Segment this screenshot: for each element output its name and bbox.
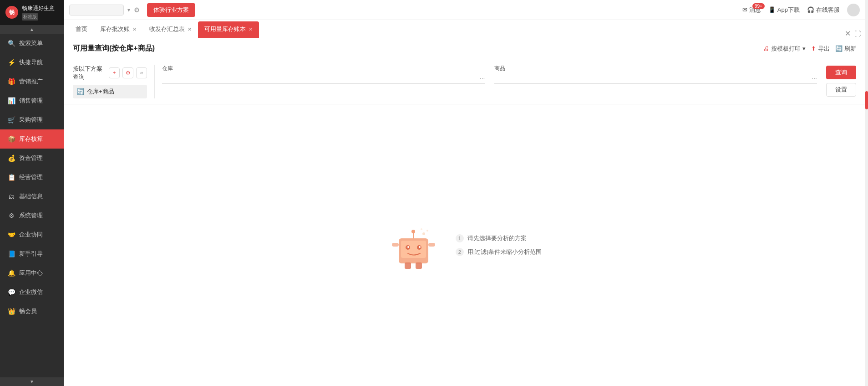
query-button[interactable]: 查询 — [826, 66, 856, 79]
tab-summary[interactable]: 收发存汇总表 ✕ — [143, 21, 198, 38]
tab-available-label: 可用量库存账本 — [204, 25, 246, 33]
page-title: 可用量查询(按仓库+商品) — [73, 44, 155, 53]
tab-home[interactable]: 首页 — [69, 21, 94, 38]
sidebar-item-enterprise[interactable]: 🤝 企业协同 — [0, 225, 64, 244]
sidebar-item-label: 企业微信 — [19, 288, 43, 296]
sidebar-item-label: 采购管理 — [19, 116, 43, 124]
settings-button[interactable]: 设置 — [826, 83, 856, 97]
empty-tip-1: 1 请先选择要分析的方案 — [456, 234, 542, 242]
svg-point-7 — [411, 230, 415, 233]
sidebar-item-system[interactable]: ⚙ 系统管理 — [0, 206, 64, 225]
product-field: 商品 ··· — [494, 65, 817, 84]
settings-scheme-button[interactable]: ⚙ — [122, 67, 133, 78]
content-area: 可用量查询(按仓库+商品) 🖨 按模板打印 ▾ ⬆ 导出 🔄 刷新 — [64, 38, 865, 386]
warehouse-input-wrapper: ··· — [162, 74, 485, 84]
sidebar-item-search[interactable]: 🔍 搜索菜单 — [0, 34, 64, 53]
sidebar-item-shortcut[interactable]: ⚡ 快捷导航 — [0, 53, 64, 72]
sidebar-item-sales[interactable]: 📊 销售管理 — [0, 91, 64, 110]
product-more-icon[interactable]: ··· — [812, 74, 817, 82]
tab-batch-label: 库存批次账 — [100, 25, 130, 33]
search-icon: 🔍 — [7, 39, 15, 47]
tab-available[interactable]: 可用量库存账本 ✕ — [198, 21, 259, 38]
phone-icon: 📱 — [768, 6, 776, 13]
sidebar-item-finance[interactable]: 💰 资金管理 — [0, 149, 64, 168]
sidebar-item-purchase[interactable]: 🛒 采购管理 — [0, 110, 64, 129]
sidebar-item-guide[interactable]: 📘 新手引导 — [0, 244, 64, 263]
print-chevron-icon: ▾ — [802, 45, 806, 52]
tab-summary-label: 收发存汇总表 — [149, 25, 185, 33]
refresh-label: 刷新 — [844, 45, 856, 53]
svg-point-14 — [421, 228, 422, 230]
message-icon: ✉ — [742, 6, 747, 13]
warehouse-label: 仓库 — [162, 65, 485, 72]
page-header-actions: 🖨 按模板打印 ▾ ⬆ 导出 🔄 刷新 — [763, 45, 856, 53]
svg-rect-8 — [392, 243, 399, 247]
sidebar-item-label: 资金管理 — [19, 154, 43, 162]
warehouse-more-icon[interactable]: ··· — [480, 74, 485, 82]
right-scrollbar[interactable] — [865, 0, 868, 386]
product-input[interactable] — [494, 75, 810, 82]
sidebar-item-operation[interactable]: 📋 经营管理 — [0, 168, 64, 187]
gear-icon[interactable]: ⚙ — [134, 6, 140, 14]
collapse-button[interactable]: « — [136, 67, 147, 78]
filter-fields: 仓库 ··· 商品 ··· — [162, 65, 817, 84]
sidebar-item-apps[interactable]: 🔔 应用中心 — [0, 263, 64, 283]
chevron-down-icon[interactable]: ▾ — [127, 7, 130, 13]
tabbar-expand-icon[interactable]: ⛶ — [854, 30, 861, 37]
add-scheme-button[interactable]: + — [109, 67, 120, 78]
tab-batch-close[interactable]: ✕ — [132, 26, 137, 32]
topbar-search-input[interactable] — [69, 5, 124, 15]
tip-num-2: 2 — [456, 248, 464, 256]
tab-home-label: 首页 — [76, 25, 87, 33]
sidebar-scroll-down[interactable]: ▼ — [0, 377, 64, 386]
scheme-label: 仓库+商品 — [87, 87, 114, 96]
tab-summary-close[interactable]: ✕ — [188, 26, 192, 32]
export-icon: ⬆ — [811, 45, 816, 52]
print-label: 按模板打印 — [771, 45, 801, 53]
warehouse-input[interactable] — [162, 75, 478, 82]
topbar: ▾ ⚙ 体验行业方案 ✉ 消息 99+ 📱 App下载 🎧 在线客服 — [64, 0, 865, 20]
tabbar: 首页 库存批次账 ✕ 收发存汇总表 ✕ 可用量库存账本 ✕ ✕ ⛶ — [64, 20, 865, 38]
sales-icon: 📊 — [7, 97, 15, 105]
tip-text-2: 用[过滤]条件来缩小分析范围 — [467, 248, 542, 256]
sidebar-item-member[interactable]: 👑 畅会员 — [0, 302, 64, 321]
industry-btn[interactable]: 体验行业方案 — [147, 3, 195, 17]
online-service-button[interactable]: 🎧 在线客服 — [807, 6, 840, 14]
sidebar-scroll-up[interactable]: ▲ — [0, 25, 64, 34]
filter-title-text: 按以下方案查询 — [73, 65, 105, 81]
sidebar-item-label: 系统管理 — [19, 211, 43, 220]
enterprise-icon: 🤝 — [7, 231, 15, 239]
operation-icon: 📋 — [7, 173, 15, 181]
sidebar-item-label: 库存核算 — [19, 135, 43, 143]
sidebar-item-label: 企业协同 — [19, 231, 43, 239]
app-logo: 畅 — [5, 6, 18, 19]
sidebar-item-inventory[interactable]: 📦 库存核算 — [0, 129, 64, 149]
sidebar-item-label: 经营管理 — [19, 173, 43, 181]
print-button[interactable]: 🖨 按模板打印 ▾ — [763, 45, 806, 53]
member-icon: 👑 — [7, 307, 15, 315]
message-badge: 99+ — [752, 3, 765, 9]
svg-point-5 — [419, 246, 421, 248]
app-download-button[interactable]: 📱 App下载 — [768, 6, 800, 14]
filter-left: 按以下方案查询 + ⚙ « 🔄 仓库+商品 — [73, 65, 155, 98]
system-icon: ⚙ — [7, 211, 15, 220]
page-header: 可用量查询(按仓库+商品) 🖨 按模板打印 ▾ ⬆ 导出 🔄 刷新 — [64, 38, 865, 59]
headset-icon: 🎧 — [807, 6, 814, 13]
refresh-button[interactable]: 🔄 刷新 — [835, 45, 856, 53]
sidebar-item-basic[interactable]: 🗂 基础信息 — [0, 187, 64, 206]
empty-illustration — [387, 218, 442, 273]
marketing-icon: 🎁 — [7, 77, 15, 86]
scrollbar-thumb[interactable] — [865, 91, 868, 109]
message-button[interactable]: ✉ 消息 99+ — [742, 6, 761, 14]
tabbar-close-icon[interactable]: ✕ — [845, 29, 851, 38]
filter-scheme-item[interactable]: 🔄 仓库+商品 — [73, 85, 147, 98]
tab-batch[interactable]: 库存批次账 ✕ — [94, 21, 143, 38]
user-avatar[interactable] — [847, 4, 860, 16]
sidebar-item-wechat[interactable]: 💬 企业微信 — [0, 283, 64, 302]
filter-title: 按以下方案查询 + ⚙ « — [73, 65, 147, 81]
svg-rect-11 — [416, 262, 422, 269]
refresh-icon: 🔄 — [835, 45, 843, 52]
export-button[interactable]: ⬆ 导出 — [811, 45, 830, 53]
tab-available-close[interactable]: ✕ — [249, 26, 253, 32]
sidebar-item-marketing[interactable]: 🎁 营销推广 — [0, 72, 64, 91]
